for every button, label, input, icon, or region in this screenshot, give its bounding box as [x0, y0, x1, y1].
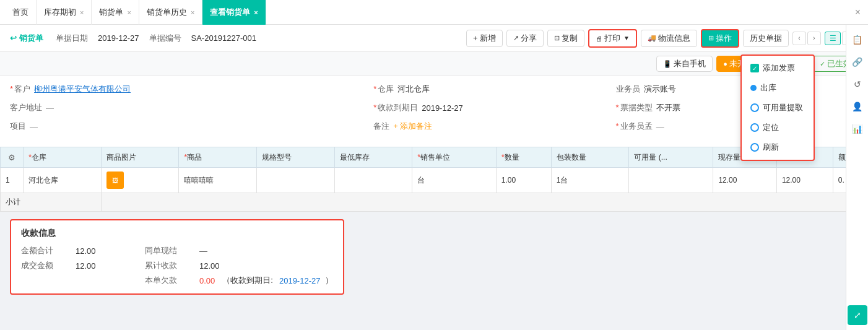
payment-title: 收款信息 — [21, 228, 333, 239]
col-product-img: 商品图片 — [101, 147, 179, 168]
col-min-stock: 最低库存 — [334, 147, 412, 168]
dropdown-out-warehouse[interactable]: 出库 — [742, 78, 814, 98]
toolbar: + 新增 ↗ 分享 ⊡ 复制 🖨 打印 ▼ 🚚 物流信息 ⊞ 操作 — [466, 29, 858, 48]
address-field: 客户地址 — — [10, 102, 373, 113]
payment-box: 收款信息 金额合计 12.00 同单现结 — 成交金额 12.00 累计收款 1… — [10, 219, 344, 295]
operate-button[interactable]: ⊞ 操作 — [701, 29, 739, 48]
cell-product: 嘻嘻嘻嘻 — [179, 168, 257, 193]
warehouse-field: 仓库 河北仓库 — [373, 84, 615, 95]
subtotal-label: 小计 — [1, 193, 102, 212]
col-product: *商品 — [179, 147, 257, 168]
dropdown-locate[interactable]: 定位 — [742, 118, 814, 137]
check-icon: ✓ — [750, 64, 759, 72]
close-history-tab[interactable]: × — [191, 9, 194, 16]
note-field: 备注 + 添加备注 — [373, 121, 615, 132]
col-spec: 规格型号 — [256, 147, 334, 168]
secondary-toolbar: 📱 来自手机 ● 未开票 ✓ 已核销 ✓ 已生效 — [0, 52, 868, 76]
sidebar-chart-icon[interactable]: 📊 — [848, 119, 867, 139]
logistics-button[interactable]: 🚚 物流信息 — [641, 30, 697, 47]
col-warehouse: *仓库 — [24, 147, 102, 168]
project-field: 项目 — — [10, 121, 373, 132]
pay-row-collected: 累计收款 12.00 — [145, 260, 333, 271]
sidebar-clipboard-icon[interactable]: 📋 — [848, 30, 867, 50]
close-view-tab[interactable]: × — [254, 9, 258, 16]
circle-icon-3 — [750, 143, 759, 152]
payment-section: 收款信息 金额合计 12.00 同单现结 — 成交金额 12.00 累计收款 1… — [0, 212, 868, 300]
tab-inventory[interactable]: 库存期初 × — [37, 0, 92, 25]
col-quantity: *数量 — [496, 147, 551, 168]
form-row-1: 客户 柳州粤港平安气体有限公司 仓库 河北仓库 业务员 演示账号 — [10, 84, 858, 95]
share-button[interactable]: ↗ 分享 — [506, 30, 544, 47]
cell-available — [629, 168, 713, 193]
product-image: 🖼 — [106, 172, 124, 189]
col-available: 可用量 (... — [629, 147, 713, 168]
cell-spec — [256, 168, 334, 193]
close-sales-tab[interactable]: × — [127, 9, 131, 16]
cell-warehouse: 河北仓库 — [24, 168, 102, 193]
copy-button[interactable]: ⊡ 复制 — [547, 30, 584, 47]
cell-pack-qty: 1台 — [551, 168, 629, 193]
form-row-3: 项目 — 备注 + 添加备注 业务员孟 — — [10, 121, 858, 132]
cell-sales-unit: 台 — [412, 168, 496, 193]
subtotal-row: 小计 — [1, 193, 868, 212]
table-row: 1 河北仓库 🖼 嘻嘻嘻嘻 台 1.00 1台 12.00 12.00 0. — [1, 168, 868, 193]
pay-row-deal: 成交金额 12.00 — [21, 260, 145, 271]
sidebar-user-icon[interactable]: 👤 — [848, 97, 867, 116]
ticket-field: 票据类型 不开票 — [616, 102, 858, 113]
payment-grid: 金额合计 12.00 同单现结 — 成交金额 12.00 累计收款 12.00 — [21, 245, 333, 286]
top-nav: 首页 库存期初 × 销货单 × 销货单历史 × 查看销货单 × × — [0, 0, 868, 25]
sub-header: ↩ 销货单 单据日期 2019-12-27 单据编号 SA-20191227-0… — [0, 25, 868, 52]
sales-staff-field: 业务员孟 — — [616, 121, 858, 132]
sidebar-link-icon[interactable]: 🔗 — [848, 52, 867, 72]
product-table: ⚙ *仓库 商品图片 *商品 规格型号 最低库存 *销售单位 *数量 包装数量 … — [0, 147, 868, 212]
payment-date-field: 收款到期日 2019-12-27 — [373, 102, 615, 113]
pay-row-total: 金额合计 12.00 — [21, 245, 145, 256]
print-button[interactable]: 🖨 打印 ▼ — [588, 29, 637, 48]
operate-dropdown: ✓ 添加发票 出库 可用量提取 定位 刷新 — [740, 54, 815, 161]
right-sidebar: 📋 🔗 ↺ 👤 📊 ⤢ — [846, 25, 868, 330]
tab-sales-history[interactable]: 销货单历史 × — [139, 0, 202, 25]
col-sales-unit: *销售单位 — [412, 147, 496, 168]
circle-icon-1 — [750, 103, 759, 112]
customer-field: 客户 柳州粤港平安气体有限公司 — [10, 84, 373, 95]
cell-min-stock — [334, 168, 412, 193]
cell-unit-price: 12.00 — [776, 168, 833, 193]
tab-sales-order[interactable]: 销货单 × — [92, 0, 139, 25]
doc-type: ↩ 销货单 — [10, 33, 43, 44]
sidebar-undo-icon[interactable]: ↺ — [848, 74, 867, 94]
window-close-button[interactable]: × — [855, 7, 861, 18]
col-pack-qty: 包装数量 — [551, 147, 629, 168]
dropdown-available-qty[interactable]: 可用量提取 — [742, 98, 814, 118]
cell-stock: 12.00 — [713, 168, 776, 193]
new-button[interactable]: + 新增 — [466, 30, 503, 47]
tab-view-sales[interactable]: 查看销货单 × — [202, 0, 266, 25]
close-inventory-tab[interactable]: × — [80, 9, 84, 16]
tab-home[interactable]: 首页 — [5, 0, 37, 25]
dropdown-add-invoice[interactable]: ✓ 添加发票 — [742, 58, 814, 78]
doc-meta: 单据日期 2019-12-27 单据编号 SA-20191227-001 — [56, 33, 466, 44]
subtotal-values — [101, 193, 867, 212]
dot-blue-icon — [750, 85, 757, 91]
cell-seq: 1 — [1, 168, 24, 193]
sidebar-expand-icon[interactable]: ⤢ — [848, 305, 867, 325]
pay-row-settle: 同单现结 — — [145, 245, 333, 256]
dropdown-refresh[interactable]: 刷新 — [742, 137, 814, 157]
pay-row-owed: 本单欠款 0.00 （收款到期日: 2019-12-27 ） — [145, 275, 333, 286]
cell-product-img: 🖼 — [101, 168, 179, 193]
circle-icon-2 — [750, 123, 759, 132]
next-arrow[interactable]: › — [807, 32, 821, 45]
phone-button[interactable]: 📱 来自手机 — [656, 56, 713, 72]
gear-icon[interactable]: ⚙ — [6, 151, 18, 163]
staff-field: 业务员 演示账号 — [616, 84, 858, 95]
list-view-btn[interactable]: ☰ — [825, 32, 841, 45]
add-note-button[interactable]: + 添加备注 — [393, 121, 432, 132]
prev-arrow[interactable]: ‹ — [792, 32, 806, 45]
history-button[interactable]: 历史单据 — [743, 30, 789, 47]
cell-quantity: 1.00 — [496, 168, 551, 193]
nav-arrows: ‹ › — [792, 32, 821, 45]
col-gear: ⚙ — [1, 147, 24, 168]
form-area: 客户 柳州粤港平安气体有限公司 仓库 河北仓库 业务员 演示账号 客户地址 — … — [0, 76, 868, 147]
form-row-2: 客户地址 — 收款到期日 2019-12-27 票据类型 不开票 — [10, 102, 858, 113]
